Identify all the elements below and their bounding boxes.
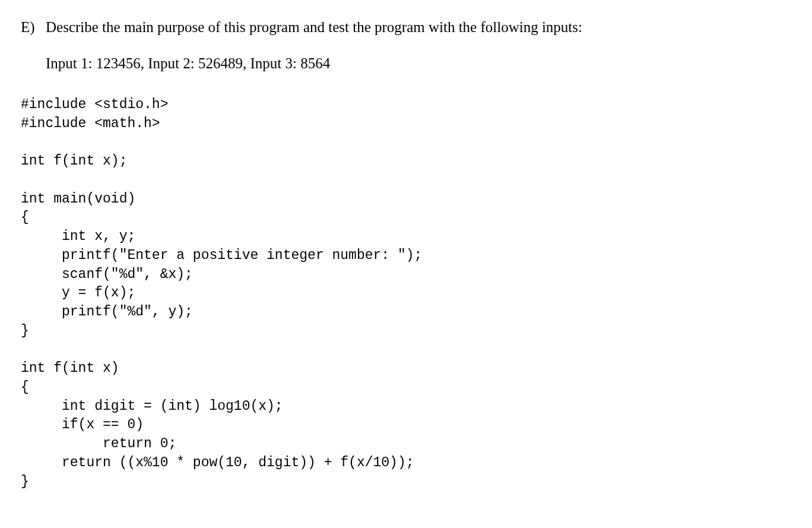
question-label: E) [21,18,46,37]
code-block: #include <stdio.h> #include <math.h> int… [21,96,791,491]
inputs-line: Input 1: 123456, Input 2: 526489, Input … [46,54,791,74]
question-text: Describe the main purpose of this progra… [46,18,582,37]
question-line: E) Describe the main purpose of this pro… [21,18,791,37]
